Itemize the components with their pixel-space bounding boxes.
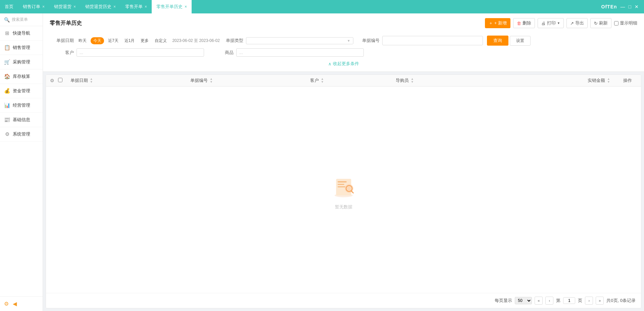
page-prev-btn[interactable]: ‹ [545,297,553,305]
refresh-button[interactable]: ↻ 刷新 [590,18,611,28]
doc-no-input[interactable] [382,36,483,45]
maximize-btn[interactable]: □ [629,4,631,9]
per-page-select[interactable]: 50 10 20 100 [515,297,532,304]
sidebar-search-label: 搜索菜单 [12,17,28,22]
top-bar-right: OfTEn — □ ✕ [596,4,644,9]
product-label: 商品 [209,50,236,56]
th-no-sort[interactable]: ▲▼ [210,77,213,84]
table-settings-icon[interactable]: ⚙ [50,78,54,83]
tab-label-sales-return-history: 销货退货历史 [85,4,111,10]
refresh-icon: ↻ [594,21,598,26]
sidebar-item-sales-mgmt[interactable]: 📋销售管理 [0,41,43,55]
th-no[interactable]: 单据编号 ▲▼ [186,75,306,87]
customer-select[interactable]: ... [77,48,204,57]
sidebar-settings-icon[interactable]: ⚙ [4,301,9,307]
sidebar-label-quick-nav: 快捷导航 [13,30,30,36]
table-head: ⚙ 单据日期 ▲▼ [46,75,641,87]
customer-label: 客户 [50,50,77,56]
product-select[interactable]: ... [236,48,364,57]
sidebar-icon-operations: 📊 [4,102,10,108]
close-window-btn[interactable]: ✕ [635,4,639,9]
tab-close-sales-return[interactable]: × [73,4,76,9]
tab-sales-return[interactable]: 销货退货× [49,0,81,13]
th-customer[interactable]: 客户 ▲▼ [306,75,392,87]
th-customer-label: 客户 [310,77,319,84]
tab-close-sales-order[interactable]: × [42,4,45,9]
tab-label-retail-open-history: 零售开单历史 [156,4,183,10]
th-salesperson[interactable]: 导购员 ▲▼ [392,75,494,87]
collapse-more-btn[interactable]: ∧ 收起更多条件 [50,59,637,67]
tab-sales-return-history[interactable]: 销货退货历史× [81,0,120,13]
th-salesperson-sort[interactable]: ▲▼ [411,77,414,84]
show-detail-checkbox[interactable] [614,21,618,25]
th-no-label: 单据编号 [190,77,208,84]
query-button[interactable]: 查询 [487,36,508,46]
sidebar-item-inventory[interactable]: 🏠库存核算 [0,69,43,84]
sidebar-item-finance[interactable]: 💰资金管理 [0,84,43,98]
tab-sales-order[interactable]: 销售订单× [18,0,49,13]
date-opt-1month[interactable]: 近1月 [122,37,137,44]
settings-filter-button[interactable]: 设置 [510,36,531,46]
sidebar-item-quick-nav[interactable]: ⊞快捷导航 [0,26,43,41]
date-opt-today[interactable]: 今天 [91,37,104,44]
toolbar-buttons: ＋ + 新增 🗑 删除 🖨 打印 ▼ ↗ 导出 [485,18,637,28]
table-container: ⚙ 单据日期 ▲▼ [46,74,641,308]
select-all-checkbox[interactable] [58,78,62,82]
page-first-btn[interactable]: « [535,297,543,305]
sidebar-item-sys-mgmt[interactable]: ⚙系统管理 [0,127,43,142]
sidebar-item-basic-info[interactable]: 📰基础信息 [0,113,43,127]
tab-close-retail-open-history[interactable]: × [185,4,187,9]
tab-close-sales-return-history[interactable]: × [113,4,116,9]
tab-list: 首页销售订单×销货退货×销货退货历史×零售开单×零售开单历史× [0,0,596,13]
pagination-bar: 每页显示 50 10 20 100 « ‹ 第 页 › » 共0页, 0条记录 [46,293,641,308]
sidebar-icon-finance: 💰 [4,88,10,94]
date-opt-7days[interactable]: 近7天 [106,37,120,44]
date-label: 单据日期 [50,38,77,44]
sidebar-item-operations[interactable]: 📊经营管理 [0,98,43,113]
th-amount[interactable]: 实销金额 ▲▼ [494,75,614,87]
sidebar-label-inventory: 库存核算 [13,73,30,80]
print-button[interactable]: 🖨 打印 ▼ [538,18,564,28]
data-table: ⚙ 单据日期 ▲▼ [46,75,641,87]
date-opt-yesterday[interactable]: 昨天 [77,37,89,44]
date-opt-more[interactable]: 更多 [139,37,151,44]
sidebar-label-sys-mgmt: 系统管理 [13,131,30,137]
sidebar-icon-inventory: 🏠 [4,73,10,80]
sidebar-item-purchase-mgmt[interactable]: 🛒采购管理 [0,55,43,69]
export-icon: ↗ [570,21,574,26]
sidebar-collapse-icon[interactable]: ◀ [13,301,17,307]
total-text: 共0页, 0条记录 [606,298,636,304]
tab-retail-open[interactable]: 零售开单× [120,0,152,13]
sidebar: 🔍 搜索菜单 ⊞快捷导航📋销售管理🛒采购管理🏠库存核算💰资金管理📊经营管理📰基础… [0,13,43,311]
page-next-btn[interactable]: › [585,297,593,305]
th-date[interactable]: 单据日期 ▲▼ [66,75,186,87]
add-icon: ＋ [489,20,493,26]
show-detail-checkbox-label[interactable]: 显示明细 [614,20,637,26]
th-amount-sort[interactable]: ▲▼ [607,77,610,84]
svg-rect-3 [338,184,344,185]
sidebar-search[interactable]: 🔍 搜索菜单 [0,13,43,26]
doc-type-dropdown-icon: ▼ [347,39,350,43]
sidebar-bottom: ⚙ ◀ [0,296,43,311]
doc-type-select[interactable]: ▼ [246,37,353,44]
tab-retail-open-history[interactable]: 零售开单历史× [152,0,192,13]
delete-button[interactable]: 🗑 删除 [513,18,535,28]
tab-close-retail-open[interactable]: × [145,4,147,9]
empty-state: 暂无数据 [46,87,641,293]
filter-row-2: 客户 ... 商品 ... [50,48,637,57]
sidebar-label-operations: 经营管理 [13,102,30,108]
top-bar: 首页销售订单×销货退货×销货退货历史×零售开单×零售开单历史× OfTEn — … [0,0,644,13]
th-date-sort[interactable]: ▲▼ [90,77,93,84]
tab-label-home: 首页 [5,4,13,10]
page-title-row: 零售开单历史 ＋ + 新增 🗑 删除 🖨 打印 ▼ [50,18,637,28]
th-customer-sort[interactable]: ▲▼ [321,77,324,84]
date-opt-custom[interactable]: 自定义 [153,37,169,44]
tab-home[interactable]: 首页 [0,0,18,13]
print-dropdown-icon: ▼ [557,21,560,25]
minimize-btn[interactable]: — [621,4,625,9]
page-last-btn[interactable]: » [596,297,604,305]
export-button[interactable]: ↗ 导出 [566,18,588,28]
page-number-input[interactable] [563,297,575,304]
sidebar-label-sales-mgmt: 销售管理 [13,45,30,51]
add-button[interactable]: ＋ + 新增 [485,18,510,28]
